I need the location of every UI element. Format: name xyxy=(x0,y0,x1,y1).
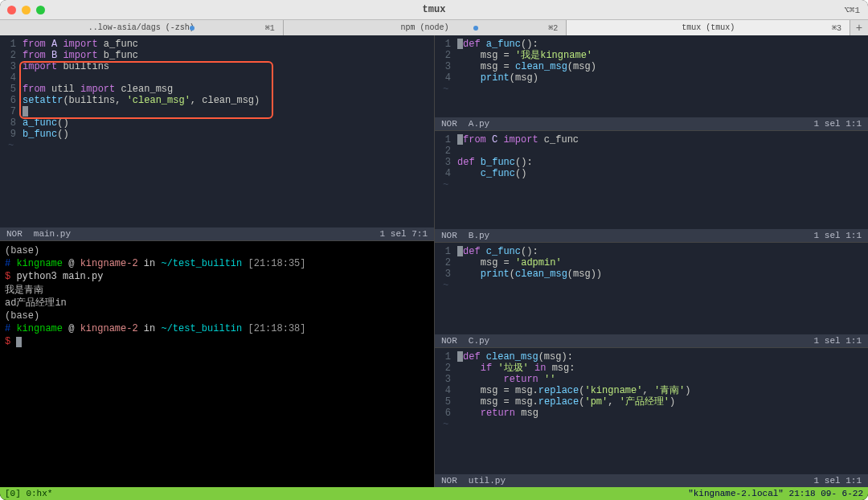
editor-main[interactable]: 1from A import a_func2from B import b_fu… xyxy=(0,35,434,240)
editor-mode: NOR xyxy=(441,336,457,346)
code-content xyxy=(23,106,434,117)
tmux-statusbar: [0] 0:hx* "kingname-2.local" 21:18 09- 6… xyxy=(0,487,868,500)
code-line[interactable]: 2 msg = 'adpmin' xyxy=(435,257,868,268)
line-number: 4 xyxy=(0,72,23,84)
line-number: 3 xyxy=(435,268,457,280)
line-number: 3 xyxy=(435,374,457,385)
tab-tmux[interactable]: tmux (tmux) ⌘3 xyxy=(567,20,850,35)
line-number: 1 xyxy=(0,39,23,50)
code-line[interactable]: 3 return '' xyxy=(435,374,868,385)
add-tab-button[interactable]: + xyxy=(850,20,868,35)
code-line[interactable]: 2 msg = '我是kingname' xyxy=(435,50,868,61)
line-number: 2 xyxy=(435,50,457,61)
editor-mode: NOR xyxy=(441,119,457,129)
tab-shortcut: ⌘3 xyxy=(832,23,841,33)
code-content: msg = 'adpmin' xyxy=(457,257,868,268)
code-line[interactable]: 4 print(msg) xyxy=(435,72,868,84)
cursor-icon xyxy=(457,134,463,145)
code-content xyxy=(23,72,434,84)
code-line[interactable]: 4 xyxy=(0,72,434,84)
editor-position: 1 sel 7:1 xyxy=(380,229,428,239)
close-icon[interactable] xyxy=(7,6,16,14)
window-shortcut: ⌥⌘1 xyxy=(844,5,860,15)
terminal-line: $ xyxy=(5,335,429,348)
code-line[interactable]: 1def c_func(): xyxy=(435,246,868,257)
code-line[interactable]: 1from A import a_func xyxy=(0,39,434,50)
cursor-icon xyxy=(457,351,463,362)
code-content: a_func() xyxy=(23,117,434,129)
code-c[interactable]: 1def c_func():2 msg = 'adpmin'3 print(cl… xyxy=(435,243,868,334)
code-line[interactable]: 2 xyxy=(435,145,868,157)
code-line[interactable]: 2from B import b_func xyxy=(0,50,434,61)
code-line[interactable]: 1def a_func(): xyxy=(435,39,868,50)
tab-npm[interactable]: npm (node) ⌘2 xyxy=(284,20,567,35)
line-number: 1 xyxy=(435,246,457,257)
minimize-icon[interactable] xyxy=(22,6,31,14)
code-line[interactable]: 4 c_func() xyxy=(435,168,868,179)
code-line[interactable]: 1from C import c_func xyxy=(435,134,868,145)
terminal-line: (base) xyxy=(5,244,429,257)
code-line[interactable]: 5 msg = msg.replace('pm', '产品经理') xyxy=(435,396,868,408)
code-line[interactable]: 8a_func() xyxy=(0,117,434,129)
code-content: def a_func(): xyxy=(457,39,868,50)
shell-pane[interactable]: (base) # kingname @ kingname-2 in ~/test… xyxy=(0,241,434,487)
line-number: 4 xyxy=(435,385,457,396)
code-line[interactable]: 2 if '垃圾' in msg: xyxy=(435,363,868,374)
code-line[interactable]: 3 print(clean_msg(msg)) xyxy=(435,268,868,280)
line-number: 5 xyxy=(435,396,457,408)
code-line[interactable]: 1def clean_msg(msg): xyxy=(435,351,868,363)
code-content: msg = msg.replace('pm', '产品经理') xyxy=(457,396,868,408)
code-line[interactable]: 4 msg = msg.replace('kingname', '青南') xyxy=(435,385,868,396)
tmux-panes: 1from A import a_func2from B import b_fu… xyxy=(0,35,868,487)
code-content: from C import c_func xyxy=(457,134,868,145)
statusline-main: NOR main.py 1 sel 7:1 xyxy=(0,227,434,240)
code-a[interactable]: 1def a_func():2 msg = '我是kingname'3 msg … xyxy=(435,35,868,117)
editor-c[interactable]: 1def c_func():2 msg = 'adpmin'3 print(cl… xyxy=(435,243,868,347)
line-number: 1 xyxy=(435,39,457,50)
code-line[interactable]: 6 return msg xyxy=(435,408,868,419)
code-content: def c_func(): xyxy=(457,246,868,257)
terminal-line: # kingname @ kingname-2 in ~/test_builti… xyxy=(5,322,429,335)
code-content: from B import b_func xyxy=(23,50,434,61)
editor-position: 1 sel 1:1 xyxy=(814,231,862,240)
tilde-empty-line: ~ xyxy=(0,140,434,151)
editor-b[interactable]: 1from C import c_func2 3def b_func():4 c… xyxy=(435,131,868,242)
statusline-c: NORC.py 1 sel 1:1 xyxy=(435,334,868,347)
terminal-tabbar: ..low-asia/dags (-zsh) ⌘1 npm (node) ⌘2 … xyxy=(0,19,868,35)
code-main[interactable]: 1from A import a_func2from B import b_fu… xyxy=(0,35,434,227)
code-line[interactable]: 6setattr(builtins, 'clean_msg', clean_ms… xyxy=(0,95,434,106)
code-line[interactable]: 7 xyxy=(0,106,434,117)
editor-mode: NOR xyxy=(441,231,457,240)
code-line[interactable]: 3def b_func(): xyxy=(435,157,868,168)
statusline-a: NORA.py 1 sel 1:1 xyxy=(435,117,868,130)
line-number: 6 xyxy=(435,408,457,419)
tmux-session: [0] 0:hx* xyxy=(5,489,52,498)
code-util[interactable]: 1def clean_msg(msg):2 if '垃圾' in msg:3 r… xyxy=(435,348,868,474)
activity-dot-icon xyxy=(190,26,194,31)
editor-filename: util.py xyxy=(469,476,506,486)
code-line[interactable]: 5from util import clean_msg xyxy=(0,84,434,95)
tab-zsh[interactable]: ..low-asia/dags (-zsh) ⌘1 xyxy=(0,20,284,35)
code-line[interactable]: 9b_func() xyxy=(0,129,434,140)
code-line[interactable]: 3 msg = clean_msg(msg) xyxy=(435,61,868,72)
right-column: 1def a_func():2 msg = '我是kingname'3 msg … xyxy=(435,35,868,487)
editor-filename: A.py xyxy=(469,119,489,129)
traffic-lights xyxy=(7,6,45,14)
code-content: print(msg) xyxy=(457,72,868,84)
line-number: 4 xyxy=(435,168,457,179)
maximize-icon[interactable] xyxy=(36,6,45,14)
code-b[interactable]: 1from C import c_func2 3def b_func():4 c… xyxy=(435,131,868,229)
line-number: 9 xyxy=(0,129,23,140)
code-content: c_func() xyxy=(457,168,868,179)
tab-label: npm (node) xyxy=(401,23,449,32)
code-line[interactable]: 3import builtins xyxy=(0,61,434,72)
line-number: 2 xyxy=(0,50,23,61)
editor-mode: NOR xyxy=(6,229,23,239)
line-number: 7 xyxy=(0,106,23,117)
editor-a[interactable]: 1def a_func():2 msg = '我是kingname'3 msg … xyxy=(435,35,868,130)
terminal-line: # kingname @ kingname-2 in ~/test_builti… xyxy=(5,257,429,270)
cursor-icon xyxy=(457,246,463,256)
code-content: from util import clean_msg xyxy=(23,84,434,95)
tmux-host-clock: "kingname-2.local" 21:18 09- 6-22 xyxy=(688,489,863,498)
editor-util[interactable]: 1def clean_msg(msg):2 if '垃圾' in msg:3 r… xyxy=(435,348,868,487)
